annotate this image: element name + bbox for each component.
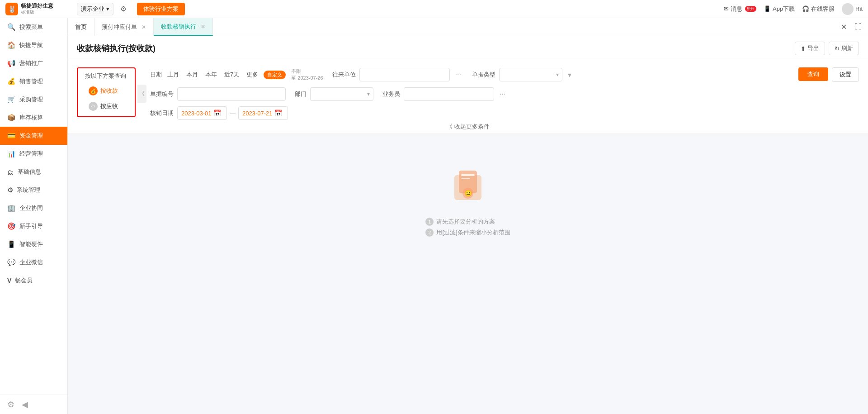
tab-receipt-offset[interactable]: 收款核销执行 ✕ [154, 18, 213, 36]
offset-date-start: 2023-03-01 [181, 110, 212, 117]
inventory-icon: 📦 [7, 114, 16, 122]
filter-receivable-label: 按应收 [100, 102, 118, 110]
partner-input[interactable] [359, 68, 450, 81]
cal-end-icon[interactable]: 📅 [274, 109, 282, 117]
page-title: 收款核销执行(按收款) [77, 43, 156, 54]
tab-receipt-close[interactable]: ✕ [201, 24, 205, 30]
app-icon: 📱 [764, 5, 771, 12]
collapse-filter-btn[interactable]: 《 [137, 85, 146, 103]
bill-type-more-btn[interactable]: ▾ [566, 71, 573, 79]
sidebar-item-basic-info[interactable]: 🗂 基础信息 [0, 163, 67, 181]
sidebar: 🔍 搜索菜单 🏠 快捷导航 📢 营销推广 💰 销售管理 🛒 采购管理 📦 库存核… [0, 18, 68, 414]
custom-date-badge[interactable]: 自定义 [264, 71, 286, 79]
user-tool[interactable]: Rit [842, 3, 863, 15]
date-tab-this-month[interactable]: 本月 [184, 70, 200, 80]
collapse-more-btn[interactable]: 《 收起更多条件 [447, 123, 490, 131]
tab-prepay-close[interactable]: ✕ [142, 24, 146, 30]
user-avatar [842, 3, 854, 15]
online-service-label: 在线客服 [811, 5, 835, 13]
date-tab-this-year[interactable]: 本年 [203, 70, 219, 80]
basic-info-icon: 🗂 [7, 168, 14, 176]
staff-picker-btn[interactable]: ··· [498, 90, 507, 98]
date-tab-7days[interactable]: 近7天 [222, 70, 241, 80]
filter-by-receipt[interactable]: 💰 按收款 [85, 85, 127, 97]
query-button[interactable]: 查询 [798, 67, 828, 81]
dept-label: 部门 [295, 90, 307, 98]
logo-icon: 🐰 [5, 3, 18, 15]
sidebar-item-search-menu[interactable]: 🔍 搜索菜单 [0, 18, 67, 36]
sidebar-item-label: 采购管理 [19, 95, 43, 104]
tab-prepay[interactable]: 预付冲应付单 ✕ [94, 18, 154, 36]
guide-icon: 🎯 [7, 222, 16, 230]
tab-close-btn[interactable]: ✕ [837, 20, 850, 33]
app-download-tool[interactable]: 📱 App下载 [764, 5, 795, 13]
bill-type-select[interactable] [499, 68, 562, 81]
hint-item-2: 2 用[过滤]条件来缩小分析范围 [425, 228, 510, 237]
online-service-tool[interactable]: 🎧 在线客服 [802, 5, 835, 13]
date-tab-last-month[interactable]: 上月 [165, 70, 181, 80]
sidebar-item-vip[interactable]: V 畅会员 [0, 271, 67, 290]
sidebar-item-purchase[interactable]: 🛒 采购管理 [0, 90, 67, 109]
empty-hints: 1 请先选择要分析的方案 2 用[过滤]条件来缩小分析范围 [425, 218, 510, 237]
sidebar-item-corp-collab[interactable]: 🏢 企业协同 [0, 199, 67, 217]
hint-item-1: 1 请先选择要分析的方案 [425, 218, 510, 226]
message-icon: ✉ [724, 5, 729, 12]
offset-date-end-wrap[interactable]: 2023-07-21 📅 [238, 106, 288, 120]
sidebar-item-sales[interactable]: 💰 销售管理 [0, 72, 67, 90]
filter-area: 按以下方案查询 💰 按收款 ⏱ 按应收 《 [68, 60, 868, 134]
company-selector[interactable]: 演示企业 ▾ [77, 3, 113, 15]
settings-icon[interactable]: ⚙ [117, 3, 130, 15]
collapse-more-label: 收起更多条件 [454, 123, 490, 131]
sidebar-item-corp-wechat[interactable]: 💬 企业微信 [0, 253, 67, 271]
sidebar-item-label: 畅会员 [15, 276, 33, 285]
svg-rect-3 [461, 178, 470, 179]
tab-home-label: 首页 [75, 23, 87, 31]
sidebar-item-quick-nav[interactable]: 🏠 快捷导航 [0, 36, 67, 54]
offset-date-start-wrap[interactable]: 2023-03-01 📅 [177, 106, 227, 120]
export-btn[interactable]: ⬆ 导出 [795, 42, 825, 55]
hint-text-2: 用[过滤]条件来缩小分析范围 [436, 228, 510, 237]
dept-select[interactable] [310, 87, 373, 101]
sidebar-item-funds[interactable]: 💳 资金管理 [0, 127, 67, 145]
vip-icon: V [7, 277, 11, 284]
filter-staff-field: 业务员 ··· [382, 87, 507, 101]
app-download-label: App下载 [773, 5, 795, 13]
sidebar-item-operation[interactable]: 📊 经营管理 [0, 145, 67, 163]
tab-expand-btn[interactable]: ⛶ [852, 20, 864, 33]
sidebar-collapse-icon[interactable]: ◀ [22, 400, 28, 409]
cal-start-icon[interactable]: 📅 [213, 109, 221, 117]
sidebar-item-label: 新手引导 [19, 222, 43, 230]
sidebar-item-guide[interactable]: 🎯 新手引导 [0, 217, 67, 235]
filter-offset-date-field: 核销日期 2023-03-01 📅 — 2023-07-21 [150, 106, 288, 120]
date-tab-more[interactable]: 更多 [245, 70, 260, 80]
filter-by-receivable[interactable]: ⏱ 按应收 [85, 100, 127, 113]
filter-partner-field: 往来单位 ··· [332, 68, 463, 81]
staff-input[interactable] [404, 87, 494, 101]
user-name: Rit [855, 5, 863, 12]
tab-home[interactable]: 首页 [68, 18, 94, 36]
query-btns: 查询 设置 [798, 67, 859, 82]
refresh-icon: ↻ [835, 45, 840, 52]
company-name: 演示企业 [81, 5, 104, 13]
sidebar-item-label: 企业微信 [19, 258, 43, 266]
filter-row-2: 单据编号 部门 业务员 [150, 87, 859, 101]
industry-btn[interactable]: 体验行业方案 [137, 3, 185, 15]
empty-state: 😐 1 请先选择要分析的方案 2 用[过滤]条件来缩小分析范围 [68, 134, 868, 264]
sidebar-item-marketing[interactable]: 📢 营销推广 [0, 54, 67, 72]
date-tabs: 上月 本月 本年 近7天 更多 自定义 [165, 70, 286, 80]
sidebar-item-inventory[interactable]: 📦 库存核算 [0, 109, 67, 127]
refresh-btn[interactable]: ↻ 刷新 [829, 42, 859, 55]
message-tool[interactable]: ✉ 消息 99+ [724, 5, 756, 13]
sidebar-item-system[interactable]: ⚙ 系统管理 [0, 181, 67, 199]
offset-date-label: 核销日期 [150, 109, 174, 117]
message-label: 消息 [731, 5, 742, 13]
quick-nav-icon: 🏠 [7, 41, 16, 49]
bill-no-input[interactable] [177, 87, 286, 101]
svg-text:😐: 😐 [464, 190, 472, 197]
partner-picker-btn[interactable]: ··· [453, 71, 463, 79]
no-limit-text: 不限 [291, 68, 323, 75]
sidebar-item-smart-hw[interactable]: 📱 智能硬件 [0, 235, 67, 253]
settings-button[interactable]: 设置 [832, 67, 859, 82]
sidebar-settings-icon[interactable]: ⚙ [7, 400, 14, 409]
page-content: 收款核销执行(按收款) ⬆ 导出 ↻ 刷新 [68, 36, 868, 414]
